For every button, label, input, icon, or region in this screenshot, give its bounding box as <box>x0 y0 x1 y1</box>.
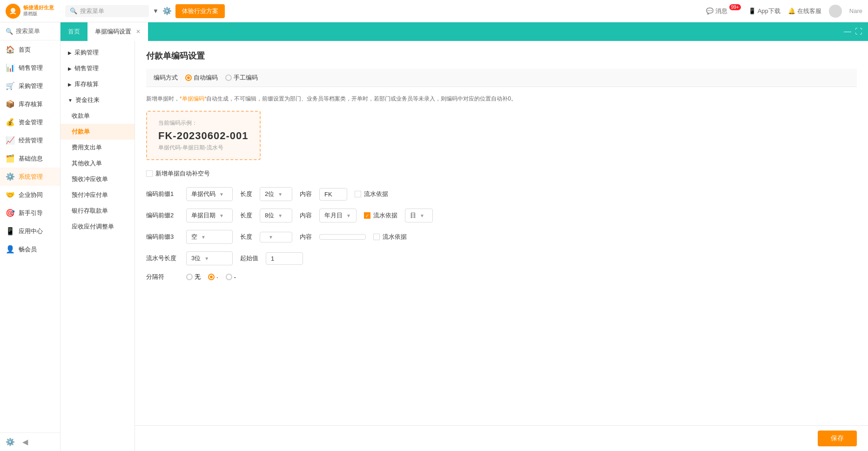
sidebar-item-system[interactable]: ⚙️ 系统管理 <box>0 168 60 186</box>
prefix2-serial-checkbox[interactable]: ✓ <box>364 212 370 219</box>
sub-sidebar-expense[interactable]: 费用支出单 <box>61 140 135 155</box>
message-badge: 99+ <box>729 4 741 10</box>
sidebar-search[interactable]: 🔍 搜索菜单 <box>0 22 60 40</box>
sub-sidebar-prepay-payable[interactable]: 预付冲应付单 <box>61 187 135 203</box>
separator-dash-radio[interactable] <box>226 274 232 280</box>
prefix2-length-value: 8位 <box>265 211 274 220</box>
prefix3-select[interactable]: 空 ▼ <box>186 230 233 244</box>
appcenter-icon: 📱 <box>6 227 15 236</box>
auto-fill-checkbox[interactable] <box>146 170 153 177</box>
serial-length-select[interactable]: 3位 ▼ <box>186 251 233 265</box>
home-icon: 🏠 <box>6 45 15 54</box>
prefix2-serial-unit-select[interactable]: 日 ▼ <box>405 209 433 222</box>
separator-dash-option[interactable]: - <box>226 274 236 281</box>
sub-sidebar-inventory-group[interactable]: ▶ 库存核算 <box>61 76 135 92</box>
prefix2-content-arrow: ▼ <box>346 213 351 218</box>
page-title: 付款单编码设置 <box>146 50 857 61</box>
prefix2-content-select[interactable]: 年月日 ▼ <box>319 209 357 222</box>
settings-icon[interactable]: ⚙️ <box>162 7 172 15</box>
prefix1-length-label: 长度 <box>240 190 252 198</box>
prefix1-length-select[interactable]: 2位 ▼ <box>260 187 292 201</box>
settings-bottom-icon[interactable]: ⚙️ <box>6 438 15 446</box>
purchase-icon: 🛒 <box>6 81 15 90</box>
prefix1-serial-label: 流水依据 <box>364 190 388 198</box>
sub-sidebar-sales-group[interactable]: ▶ 销售管理 <box>61 61 135 76</box>
sub-sidebar-bank-deposit[interactable]: 银行存取款单 <box>61 203 135 219</box>
prefix3-serial-checkbox[interactable] <box>373 234 380 240</box>
auto-coding-option[interactable]: 自动编码 <box>185 74 218 82</box>
start-value-input[interactable] <box>266 252 303 265</box>
sub-sidebar-prepay-receivable[interactable]: 预收冲应收单 <box>61 171 135 187</box>
prefix1-length-value: 2位 <box>265 190 274 198</box>
separator-row: 分隔符 无 · - <box>146 273 857 281</box>
separator-dot-label: · <box>216 274 218 281</box>
tab-close-icon[interactable]: ✕ <box>136 28 141 35</box>
online-service-button[interactable]: 🔔 在线客服 <box>788 7 821 15</box>
separator-none-radio[interactable] <box>186 274 193 280</box>
topbar-controls: ▼ ⚙️ 体验行业方案 <box>153 4 225 18</box>
svg-point-0 <box>11 8 15 13</box>
separator-none-option[interactable]: 无 <box>186 273 201 281</box>
messages-button[interactable]: 💬 消息 99+ <box>706 7 741 15</box>
sidebar-item-operations[interactable]: 📈 经营管理 <box>0 131 60 149</box>
save-button[interactable]: 保存 <box>818 431 857 446</box>
sub-sidebar-other-income[interactable]: 其他收入单 <box>61 155 135 171</box>
separator-label: 分隔符 <box>146 273 179 281</box>
sidebar-item-finance[interactable]: 💰 资金管理 <box>0 113 60 131</box>
separator-none-label: 无 <box>195 273 201 281</box>
tab-coding[interactable]: 单据编码设置 ✕ <box>87 22 148 41</box>
search-icon: 🔍 <box>70 7 77 14</box>
sidebar-item-home[interactable]: 🏠 首页 <box>0 40 60 59</box>
sidebar-item-enterprise[interactable]: 🤝 企业协同 <box>0 186 60 204</box>
sidebar-item-inventory[interactable]: 📦 库存核算 <box>0 95 60 113</box>
coding-method-label: 编码方式 <box>154 74 178 82</box>
separator-dot-option[interactable]: · <box>208 274 218 281</box>
auto-fill-row: 新增单据自动补空号 <box>146 169 857 178</box>
sub-sidebar-purchase-group[interactable]: ▶ 采购管理 <box>61 45 135 61</box>
user-avatar[interactable] <box>829 5 842 18</box>
separator-dot-radio[interactable] <box>208 274 215 280</box>
prefix3-arrow-icon: ▼ <box>201 235 206 240</box>
prefix1-select[interactable]: 单据代码 ▼ <box>186 187 233 201</box>
sub-sidebar-recv-pay-label: 应收应付调整单 <box>72 222 114 231</box>
sub-sidebar-capital-group[interactable]: ▼ 资金往来 <box>61 92 135 108</box>
tab-minimize-icon[interactable]: — <box>844 27 851 36</box>
sidebar-sales-label: 销售管理 <box>19 64 43 72</box>
prefix2-select[interactable]: 单据日期 ▼ <box>186 209 233 222</box>
brand-name: 畅捷通好生意 <box>23 5 54 11</box>
sidebar-item-purchase[interactable]: 🛒 采购管理 <box>0 77 60 95</box>
sidebar-finance-label: 资金管理 <box>19 118 43 127</box>
prefix2-length-select[interactable]: 8位 ▼ <box>260 209 292 222</box>
sidebar-inventory-label: 库存核算 <box>19 100 43 108</box>
sidebar-item-newbie[interactable]: 🎯 新手引导 <box>0 204 60 222</box>
prefix1-label: 编码前缀1 <box>146 190 179 198</box>
tab-coding-label: 单据编码设置 <box>95 27 131 36</box>
sidebar-item-member[interactable]: 👤 畅会员 <box>0 240 60 258</box>
sub-sidebar-prepay-rec-label: 预收冲应收单 <box>72 175 108 183</box>
sub-sidebar-receipt[interactable]: 收款单 <box>61 108 135 124</box>
sub-sidebar-payment[interactable]: 付款单 <box>61 124 135 140</box>
sub-sidebar-receivable-payable[interactable]: 应收应付调整单 <box>61 219 135 235</box>
sidebar-collapse-icon[interactable]: ◀ <box>22 438 28 446</box>
logo-icon <box>6 4 20 19</box>
sub-sidebar-inventory-label: 库存核算 <box>74 80 99 88</box>
tab-home[interactable]: 首页 <box>61 22 87 41</box>
sub-sidebar-sales-label: 销售管理 <box>74 64 99 73</box>
trial-button[interactable]: 体验行业方案 <box>175 4 225 18</box>
sidebar-item-basic[interactable]: 🗂️ 基础信息 <box>0 149 60 168</box>
prefix1-serial-checkbox[interactable] <box>355 191 361 197</box>
topbar-dropdown[interactable]: ▼ <box>153 7 159 14</box>
sidebar-newbie-label: 新手引导 <box>19 209 43 217</box>
manual-coding-option[interactable]: 手工编码 <box>225 74 258 82</box>
serial-length-label: 流水号长度 <box>146 254 179 263</box>
topbar: 畅捷通好生意 搭档版 🔍 搜索菜单 ▼ ⚙️ 体验行业方案 💬 消息 99+ 📱… <box>0 0 868 22</box>
manual-coding-radio[interactable] <box>225 74 232 81</box>
tab-maximize-icon[interactable]: ⛶ <box>855 27 862 36</box>
auto-coding-radio[interactable] <box>185 74 192 81</box>
topbar-search[interactable]: 🔍 搜索菜单 <box>65 5 149 17</box>
sub-sidebar: ▶ 采购管理 ▶ 销售管理 ▶ 库存核算 ▼ 资金往来 收款单 <box>61 41 135 451</box>
prefix3-length-select[interactable]: ▼ <box>260 232 292 242</box>
sidebar-item-appcenter[interactable]: 📱 应用中心 <box>0 222 60 240</box>
sidebar-item-sales[interactable]: 📊 销售管理 <box>0 59 60 77</box>
app-download-button[interactable]: 📱 App下载 <box>748 7 781 15</box>
